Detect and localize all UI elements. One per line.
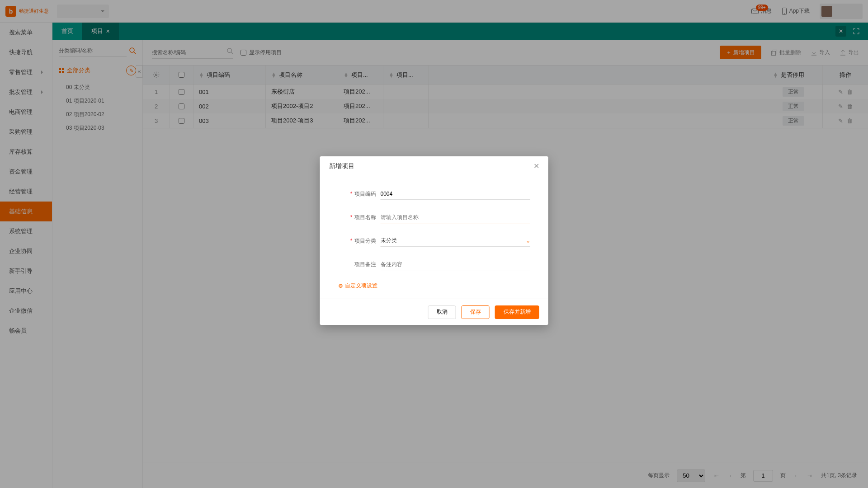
field-label-category: *项目分类 <box>338 237 376 245</box>
modal-title: 新增项目 <box>329 162 354 170</box>
add-project-modal: 新增项目 ✕ *项目编码 *项目名称 *项目分类 未分类 ⌄ 项目备注 ⚙ 自定… <box>320 156 548 325</box>
project-note-input[interactable] <box>381 258 530 270</box>
field-label-name: *项目名称 <box>338 214 376 221</box>
gear-icon: ⚙ <box>338 283 343 289</box>
field-label-code: *项目编码 <box>338 190 376 198</box>
save-and-add-button[interactable]: 保存并新增 <box>495 305 539 319</box>
field-label-note: 项目备注 <box>338 261 376 268</box>
project-category-select[interactable]: 未分类 ⌄ <box>381 235 530 247</box>
project-name-input[interactable] <box>381 211 530 223</box>
chevron-down-icon: ⌄ <box>526 238 530 244</box>
save-button[interactable]: 保存 <box>462 305 490 319</box>
custom-fields-link[interactable]: ⚙ 自定义项设置 <box>338 282 530 290</box>
project-code-input[interactable] <box>381 188 530 200</box>
cancel-button[interactable]: 取消 <box>428 305 456 319</box>
modal-close-button[interactable]: ✕ <box>533 162 539 170</box>
